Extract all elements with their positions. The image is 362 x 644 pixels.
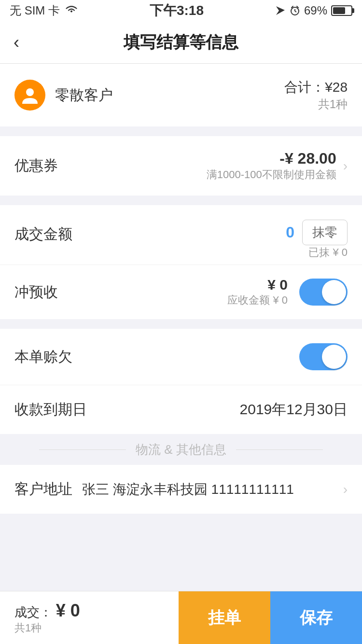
svg-line-3: [295, 11, 296, 12]
customer-section: 零散客户 合计：¥28 共1种: [0, 64, 362, 126]
coupon-amount: -¥ 28.00: [207, 150, 336, 168]
deal-amount-label: 成交金额: [14, 220, 72, 244]
round-zero-button[interactable]: 抹零: [302, 220, 348, 245]
prepay-toggle[interactable]: [299, 279, 348, 306]
customer-left: 零散客户: [14, 80, 113, 111]
divider-1: [0, 126, 362, 136]
debt-section: 本单赊欠 收款到期日 2019年12月30日: [0, 329, 362, 434]
due-date-value: 2019年12月30日: [240, 400, 348, 420]
person-icon: [20, 85, 40, 105]
no-sim-label: 无 SIM 卡: [10, 3, 60, 18]
battery-percent: 69%: [304, 4, 327, 17]
address-value: 张三 海淀永丰科技园 11111111111: [82, 480, 334, 499]
coupon-row[interactable]: 优惠券 -¥ 28.00 满1000-100不限制使用金额 ›: [0, 136, 362, 196]
logistics-divider: 物流 & 其他信息: [0, 434, 362, 465]
status-right: 69%: [275, 4, 352, 17]
prepay-amount: ¥ 0: [227, 277, 288, 293]
debt-toggle-knob: [322, 345, 346, 369]
prepay-row: 冲预收 ¥ 0 应收金额 ¥ 0: [0, 265, 362, 319]
content: 零散客户 合计：¥28 共1种 优惠券 -¥ 28.00 满1000-100不限…: [0, 64, 362, 644]
bottom-count: 共1种: [14, 621, 164, 635]
customer-right: 合计：¥28 共1种: [284, 78, 348, 112]
coupon-label: 优惠券: [14, 156, 58, 176]
deal-prepay-section: 成交金额 抹零 已抹 ¥ 0 冲预收 ¥ 0 应收金额 ¥ 0: [0, 205, 362, 319]
bottom-bar: 成交： ¥ 0 共1种 挂单 保存: [0, 591, 362, 644]
logistics-divider-text: 物流 & 其他信息: [39, 441, 323, 458]
bottom-deal-amount: ¥ 0: [56, 601, 80, 620]
due-date-row: 收款到期日 2019年12月30日: [0, 385, 362, 434]
prepay-label: 冲预收: [14, 282, 58, 302]
customer-name: 零散客户: [55, 85, 113, 105]
debt-label: 本单赊欠: [14, 347, 72, 367]
total-count: 共1种: [284, 97, 348, 112]
divider-2: [0, 196, 362, 205]
bottom-deal-label: 成交：: [14, 605, 52, 619]
total-amount: 合计：¥28: [284, 78, 348, 97]
address-row[interactable]: 客户地址 张三 海淀永丰科技园 11111111111 ›: [0, 465, 362, 514]
address-chevron-icon: ›: [343, 482, 348, 497]
coupon-desc: 满1000-100不限制使用金额: [207, 168, 336, 182]
divider-3: [0, 319, 362, 329]
customer-avatar: [14, 80, 45, 111]
status-bar: 无 SIM 卡 下午3:18 69%: [0, 0, 362, 21]
deal-amount-input[interactable]: [246, 224, 294, 241]
bottom-summary: 成交： ¥ 0 共1种: [0, 601, 179, 635]
address-label: 客户地址: [14, 479, 72, 499]
wifi-icon: [65, 4, 78, 17]
due-date-label: 收款到期日: [14, 400, 87, 420]
svg-point-6: [26, 88, 34, 96]
debt-row: 本单赊欠: [0, 329, 362, 385]
coupon-right: -¥ 28.00 满1000-100不限制使用金额 ›: [207, 150, 348, 182]
toggle-knob: [322, 280, 346, 304]
save-button[interactable]: 保存: [270, 591, 362, 644]
chevron-right-icon: ›: [343, 158, 348, 174]
location-icon: [275, 5, 286, 16]
page-title: 填写结算等信息: [124, 31, 238, 54]
nav-bar: ‹ 填写结算等信息: [0, 21, 362, 64]
debt-toggle[interactable]: [299, 343, 348, 370]
coupon-section[interactable]: 优惠券 -¥ 28.00 满1000-100不限制使用金额 ›: [0, 136, 362, 196]
status-time: 下午3:18: [150, 1, 204, 20]
back-button[interactable]: ‹: [14, 32, 19, 53]
deal-amount-row: 成交金额 抹零 已抹 ¥ 0: [0, 205, 362, 265]
alarm-icon: [290, 5, 300, 16]
svg-marker-0: [276, 6, 285, 15]
hang-button[interactable]: 挂单: [179, 591, 270, 644]
deal-amount-right: 抹零 已抹 ¥ 0: [246, 220, 348, 260]
address-section[interactable]: 客户地址 张三 海淀永丰科技园 11111111111 ›: [0, 465, 362, 514]
prepay-desc: 应收金额 ¥ 0: [227, 293, 288, 308]
round-zero-info: 已抹 ¥ 0: [308, 245, 348, 260]
battery-icon: [331, 5, 352, 16]
status-left: 无 SIM 卡: [10, 3, 78, 18]
